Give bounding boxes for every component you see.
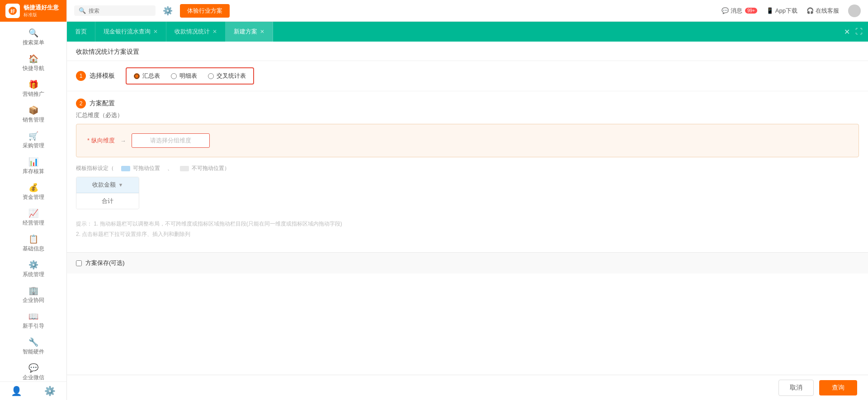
sidebar-item-marketing[interactable]: 🎁 营销推广	[0, 76, 66, 102]
save-checkbox[interactable]	[76, 260, 82, 266]
purchase-icon: 🛒	[28, 132, 38, 140]
wechat-icon: 💬	[28, 364, 38, 372]
tab-receipt-close[interactable]: ✕	[212, 28, 217, 35]
radio-summary-label: 汇总表	[142, 72, 160, 80]
service-label: 在线客服	[816, 7, 839, 15]
sidebar-item-hardware[interactable]: 🔧 智能硬件	[0, 334, 66, 359]
inventory-icon: 📊	[28, 158, 38, 166]
app-version: 标准版	[24, 12, 59, 18]
sidebar-label-nav: 快捷导航	[23, 65, 44, 72]
sidebar-item-mgmt[interactable]: 📈 经营管理	[0, 205, 66, 231]
radio-crosstab-input[interactable]	[208, 73, 214, 79]
svg-text:好: 好	[10, 9, 15, 14]
sales-icon: 📦	[28, 106, 38, 114]
metrics-table: 收款金额 ▼ 合计	[76, 177, 139, 209]
vertical-dimension-label: * 纵向维度	[87, 136, 115, 145]
sidebar-label-purchase: 采购管理	[23, 142, 44, 150]
service-icon: 🎧	[807, 7, 814, 14]
step1-row: 1 选择模板 汇总表 明细表	[76, 67, 859, 85]
radio-summary[interactable]: 汇总表	[134, 72, 160, 80]
tab-newplan-close[interactable]: ✕	[260, 28, 264, 35]
radio-detail[interactable]: 明细表	[171, 72, 197, 80]
user-icon[interactable]: 👤	[11, 386, 22, 396]
sidebar-item-finance[interactable]: 💰 资金管理	[0, 179, 66, 205]
sidebar-item-wechat[interactable]: 💬 企业微信	[0, 359, 66, 381]
tab-home[interactable]: 首页	[67, 22, 95, 42]
maximize-icon[interactable]: ⛶	[855, 28, 863, 36]
step2-label: 方案配置	[90, 99, 115, 108]
dimension-area: * 纵向维度 → 请选择分组维度	[76, 124, 859, 157]
sidebar-logo: 好 畅捷通好生意 标准版	[0, 0, 66, 22]
sidebar-item-system[interactable]: ⚙️ 系统管理	[0, 256, 66, 282]
close-window-icon[interactable]: ✕	[844, 28, 850, 36]
radio-summary-input[interactable]	[134, 73, 140, 79]
message-action[interactable]: 💬 消息 99+	[722, 7, 757, 15]
base-icon: 📋	[28, 235, 38, 243]
sidebar-bottom: 👤 ⚙️	[0, 381, 66, 400]
settings-icon[interactable]: ⚙️	[44, 386, 56, 396]
tab-receipt[interactable]: 收款情况统计 ✕	[166, 22, 226, 42]
mgmt-icon: 📈	[28, 209, 38, 217]
sidebar-label-wechat: 企业微信	[23, 374, 44, 381]
step1-label: 选择模板	[90, 72, 115, 80]
hint-not-draggable-label: 不可拖动位置）	[192, 165, 230, 172]
sidebar-item-inventory[interactable]: 📊 库存核算	[0, 153, 66, 179]
download-action[interactable]: 📱 App下载	[766, 7, 797, 15]
download-label: App下载	[775, 7, 797, 15]
logo-icon: 好	[5, 4, 20, 18]
sidebar-item-base[interactable]: 📋 基础信息	[0, 231, 66, 256]
sidebar-item-corp[interactable]: 🏢 企业协同	[0, 282, 66, 308]
sidebar-item-guide[interactable]: 📖 新手引导	[0, 308, 66, 334]
metrics-section: 模板指标设定（ 可拖动位置 、 不可拖动位置）	[76, 165, 859, 211]
sidebar-item-purchase[interactable]: 🛒 采购管理	[0, 127, 66, 153]
radio-crosstab-label: 交叉统计表	[217, 72, 246, 80]
tips-section: 提示： 1. 拖动标题栏可以调整布局，不可跨维度或指标区域拖动栏目段(只能在同一…	[76, 220, 859, 245]
step1-section: 1 选择模板 汇总表 明细表	[67, 61, 868, 91]
metrics-header-inner: 收款金额 ▼	[84, 181, 132, 189]
gear-icon[interactable]: ⚙️	[163, 6, 173, 16]
system-icon: ⚙️	[28, 261, 38, 269]
tabbar: 首页 现金银行流水查询 ✕ 收款情况统计 ✕ 新建方案 ✕ ✕ ⛶	[67, 22, 868, 42]
arrow-icon: →	[120, 137, 126, 144]
radio-crosstab[interactable]: 交叉统计表	[208, 72, 246, 80]
huizong-title: 汇总维度（必选）	[76, 111, 859, 119]
action-bar: 取消 查询	[67, 375, 868, 400]
tab-bank-label: 现金银行流水查询	[104, 28, 151, 36]
metrics-header: 收款金额 ▼	[76, 177, 139, 193]
tab-bank[interactable]: 现金银行流水查询 ✕	[95, 22, 166, 42]
sidebar-label-guide: 新手引导	[23, 322, 44, 330]
sidebar-label-mgmt: 经营管理	[23, 219, 44, 227]
radio-detail-input[interactable]	[171, 73, 177, 79]
gift-icon: 🎁	[28, 80, 38, 89]
page-title: 收款情况统计方案设置	[67, 42, 868, 61]
step1-badge: 1	[76, 71, 86, 81]
sidebar-label-hardware: 智能硬件	[23, 348, 44, 356]
query-button[interactable]: 查询	[819, 380, 857, 395]
trial-button[interactable]: 体验行业方案	[180, 4, 230, 18]
sidebar-item-search[interactable]: 🔍 搜索菜单	[0, 24, 66, 50]
message-label: 消息	[731, 7, 742, 15]
service-action[interactable]: 🎧 在线客服	[807, 7, 839, 15]
search-input[interactable]	[89, 8, 147, 14]
tab-newplan[interactable]: 新建方案 ✕	[226, 22, 273, 42]
sidebar-label-corp: 企业协同	[23, 296, 44, 304]
step2-header: 2 方案配置	[76, 99, 859, 108]
message-badge: 99+	[745, 8, 757, 14]
save-label: 方案保存(可选)	[85, 259, 125, 267]
topbar-actions: 💬 消息 99+ 📱 App下载 🎧 在线客服	[722, 5, 861, 17]
metrics-title-text: 模板指标设定（	[76, 165, 114, 172]
sidebar-item-nav[interactable]: 🏠 快捷导航	[0, 50, 66, 76]
tab-bank-close[interactable]: ✕	[153, 28, 158, 35]
sidebar-label-inventory: 库存核算	[23, 168, 44, 175]
search-box[interactable]: 🔍	[74, 5, 156, 16]
sidebar-item-sales[interactable]: 📦 销售管理	[0, 102, 66, 127]
cancel-button[interactable]: 取消	[778, 380, 814, 396]
dropdown-icon[interactable]: ▼	[118, 182, 123, 188]
finance-icon: 💰	[28, 184, 38, 192]
sidebar-label-base: 基础信息	[23, 245, 44, 253]
app-name: 畅捷通好生意	[24, 4, 59, 12]
tabbar-right: ✕ ⛶	[839, 22, 868, 42]
message-icon: 💬	[722, 7, 729, 14]
dimension-picker[interactable]: 请选择分组维度	[132, 133, 210, 148]
avatar[interactable]	[848, 5, 861, 17]
